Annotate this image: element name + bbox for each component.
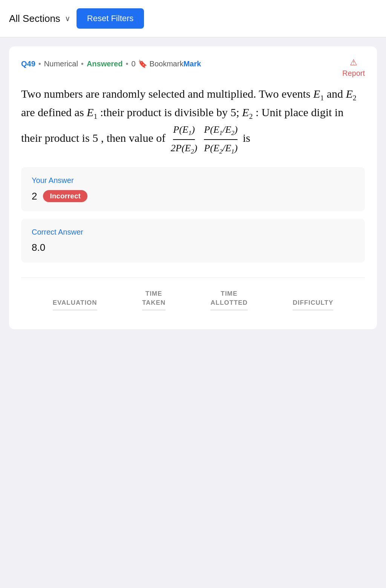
meta-left: Q49 • Numerical • Answered • 0 🔖 Bookmar… — [21, 58, 201, 70]
time-allotted-underline — [210, 310, 248, 310]
question-type: Numerical — [44, 58, 78, 70]
fraction-1-numerator: P(E1) — [173, 122, 195, 140]
meta-dot-1: • — [38, 58, 41, 70]
question-card: Q49 • Numerical • Answered • 0 🔖 Bookmar… — [9, 46, 377, 329]
difficulty-underline — [293, 310, 333, 310]
your-answer-label: Your Answer — [32, 176, 354, 185]
your-answer-section: Your Answer 2 Incorrect — [21, 167, 365, 211]
time-taken-sublabel: TAKEN — [142, 299, 165, 307]
warning-icon: ⚠ — [350, 58, 357, 68]
bookmark-label: Bookmark — [150, 58, 184, 70]
content-area: Q49 • Numerical • Answered • 0 🔖 Bookmar… — [0, 37, 386, 338]
bookmark-count: 0 — [131, 58, 135, 70]
evaluation-label: EVALUATION — [53, 299, 97, 307]
sections-dropdown[interactable]: All Sections ∨ — [9, 13, 70, 25]
time-taken-item: TIME TAKEN — [142, 290, 165, 310]
question-body: Two numbers are randomly selected and mu… — [21, 85, 365, 157]
question-status: Answered — [87, 58, 123, 70]
time-taken-label: TIME — [146, 290, 162, 298]
evaluation-item: EVALUATION — [53, 299, 97, 310]
bottom-bar: EVALUATION TIME TAKEN TIME ALLOTTED DIFF… — [21, 278, 365, 318]
fraction-2: P(E1/E2) P(E2/E1) — [204, 122, 237, 157]
report-label: Report — [342, 69, 365, 78]
incorrect-badge: Incorrect — [43, 190, 87, 202]
header-bar: All Sections ∨ Reset Filters — [0, 0, 386, 37]
difficulty-label: DIFFICULTY — [293, 299, 333, 307]
meta-dot-3: • — [126, 58, 128, 70]
fraction-2-denominator: P(E2/E1) — [204, 141, 237, 157]
question-meta: Q49 • Numerical • Answered • 0 🔖 Bookmar… — [21, 58, 365, 78]
time-allotted-label: TIME — [221, 290, 238, 298]
bookmark-icon: 🔖 — [138, 58, 147, 70]
sections-label: All Sections — [9, 13, 60, 25]
meta-dot-2: • — [81, 58, 84, 70]
correct-answer-value: 8.0 — [32, 242, 354, 253]
correct-answer-label: Correct Answer — [32, 228, 354, 236]
your-answer-row: 2 Incorrect — [32, 190, 354, 202]
evaluation-underline — [53, 310, 97, 310]
mark-label[interactable]: Mark — [184, 58, 201, 70]
fraction-1: P(E1) 2P(E2) — [171, 122, 198, 157]
correct-answer-section: Correct Answer 8.0 — [21, 219, 365, 263]
reset-filters-button[interactable]: Reset Filters — [77, 8, 144, 29]
fraction-1-denominator: 2P(E2) — [171, 141, 198, 157]
formula-block: P(E1) 2P(E2) P(E1/E2) P(E2/E1) — [171, 122, 238, 157]
question-number: Q49 — [21, 58, 35, 70]
bookmark-button[interactable]: 0 🔖 Bookmark — [131, 58, 183, 70]
is-text: is — [243, 132, 250, 144]
chevron-down-icon: ∨ — [65, 14, 70, 23]
your-answer-value: 2 — [32, 190, 37, 202]
time-allotted-item: TIME ALLOTTED — [210, 290, 248, 310]
fraction-2-numerator: P(E1/E2) — [204, 122, 237, 140]
time-allotted-sublabel: ALLOTTED — [210, 299, 248, 307]
report-button[interactable]: ⚠ Report — [342, 58, 365, 78]
difficulty-item: DIFFICULTY — [293, 299, 333, 310]
time-taken-underline — [142, 310, 165, 310]
